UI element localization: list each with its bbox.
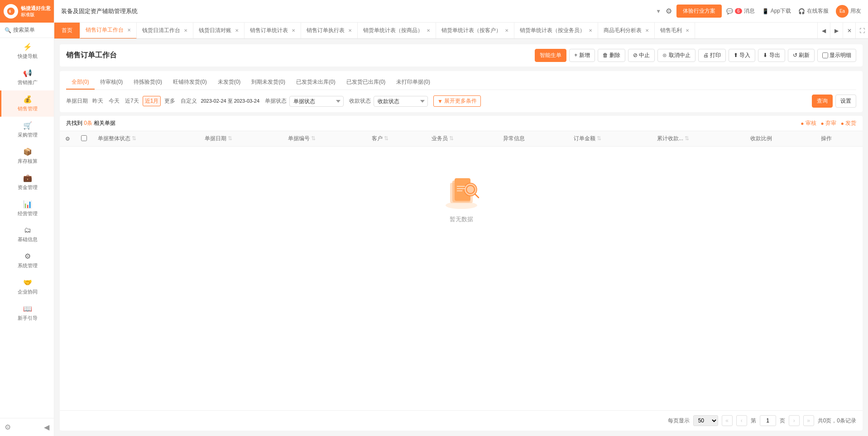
tab-close-sales-exec[interactable]: ✕ — [348, 28, 352, 33]
tab-close-sales-profit[interactable]: ✕ — [686, 28, 689, 33]
sort-icon-amount[interactable]: ⇅ — [597, 135, 601, 142]
filter-tab-all[interactable]: 全部(0) — [66, 76, 95, 90]
date-link-自定义[interactable]: 自定义 — [179, 96, 199, 106]
last-page-btn[interactable]: » — [803, 415, 814, 426]
sidebar-item-quick-nav[interactable]: ⚡快捷导航 — [0, 38, 54, 64]
tab-home[interactable]: 首页 — [54, 23, 80, 39]
tab-cash-account[interactable]: 钱货日清对账✕ — [193, 23, 245, 39]
tab-sales-exec[interactable]: 销售订单执行表✕ — [301, 23, 358, 39]
import-btn[interactable]: ⬆ 导入 — [729, 49, 755, 62]
tab-close-sales-workbench[interactable]: ✕ — [127, 28, 131, 33]
table-scroll-container[interactable]: ⚙ 单据整体状态⇅ 单据日期⇅ 单据编号⇅ 客户⇅ 业务员⇅ 异常信息 订单金额… — [60, 131, 863, 410]
gear-header[interactable]: ⚙ — [60, 131, 76, 147]
sort-icon-customer[interactable]: ⇅ — [384, 135, 388, 142]
online-service-item[interactable]: 🎧 在线客服 — [798, 7, 829, 15]
sidebar-item-inventory[interactable]: 📦库存核算 — [0, 143, 54, 169]
filter-tab-wangpu-pending[interactable]: 旺铺待发货(0) — [168, 76, 212, 90]
sidebar-item-marketing[interactable]: 📢营销推广 — [0, 64, 54, 90]
tab-sales-stats[interactable]: 销售订单统计表✕ — [245, 23, 301, 39]
tab-sales-summary-customer[interactable]: 销货单统计表（按客户）✕ — [436, 23, 514, 39]
tab-sales-profit[interactable]: 销售毛利✕ — [655, 23, 695, 39]
batch-unreviewed-btn[interactable]: ●弃审 — [821, 119, 836, 127]
batch-ship-btn[interactable]: ●发货 — [841, 119, 856, 127]
tab-sales-summary-product[interactable]: 销货单统计表（按商品）✕ — [358, 23, 436, 39]
tab-maximize-btn[interactable]: ⛶ — [855, 23, 868, 39]
filter-tab-pending-review[interactable]: 待审核(0) — [95, 76, 129, 90]
sort-icon-date[interactable]: ⇅ — [228, 135, 232, 142]
query-btn[interactable]: 查询 — [812, 95, 833, 108]
date-link-近1月[interactable]: 近1月 — [143, 96, 161, 106]
tab-close-sales-summary-staff[interactable]: ✕ — [589, 28, 592, 33]
tab-label-cash-daily: 钱货日清工作台 — [142, 27, 180, 34]
sidebar-item-cooperation[interactable]: 🤝企业协同 — [0, 274, 54, 300]
tab-close-all-btn[interactable]: ✕ — [843, 23, 855, 39]
app-download-item[interactable]: 📱 App下载 — [762, 7, 791, 15]
stop-btn[interactable]: ⊘ 中止 — [628, 49, 655, 62]
date-link-近7天[interactable]: 近7天 — [123, 96, 141, 106]
tab-sales-workbench[interactable]: 销售订单工作台✕ — [80, 23, 137, 39]
export-btn[interactable]: ⬇ 导出 — [758, 49, 785, 62]
sort-icon-number[interactable]: ⇅ — [311, 135, 316, 142]
batch-review-btn[interactable]: ●审核 — [801, 119, 816, 127]
finance-label: 资金管理 — [18, 184, 38, 191]
filter-tab-expired-not-shipped[interactable]: 到期未发货(0) — [246, 76, 291, 90]
delete-btn[interactable]: 🗑 删除 — [598, 49, 625, 62]
sidebar-item-sales[interactable]: 💰销售管理 — [0, 90, 54, 117]
first-page-btn[interactable]: « — [722, 415, 733, 426]
settings-filter-btn[interactable]: 设置 — [835, 95, 856, 108]
sidebar-item-purchase[interactable]: 🛒采购管理 — [0, 117, 54, 143]
per-page-select[interactable]: 50 10 20 100 — [693, 415, 718, 426]
page-input[interactable] — [760, 415, 776, 426]
expand-btn[interactable]: ▼ 展开更多条件 — [433, 95, 481, 107]
select-all-checkbox[interactable] — [81, 135, 87, 141]
date-link-今天[interactable]: 今天 — [107, 96, 121, 106]
tab-close-cash-daily[interactable]: ✕ — [184, 28, 187, 33]
dropdown-arrow[interactable]: ▼ — [656, 8, 661, 14]
settings-icon[interactable]: ⚙ — [5, 423, 11, 431]
status-select[interactable]: 单据状态 — [289, 96, 344, 107]
tab-close-cash-account[interactable]: ✕ — [235, 28, 239, 33]
tab-close-product-margin[interactable]: ✕ — [645, 28, 649, 33]
refresh-btn[interactable]: ↺ 刷新 — [788, 49, 815, 62]
topbar-settings-icon[interactable]: ⚙ — [666, 7, 672, 15]
sort-icon-status[interactable]: ⇅ — [132, 135, 136, 142]
payment-select[interactable]: 收款状态 — [374, 96, 428, 107]
filter-tab-shipped-out[interactable]: 已发货已出库(0) — [341, 76, 391, 90]
sidebar-item-system[interactable]: ⚙系统管理 — [0, 247, 54, 274]
sort-icon-collected[interactable]: ⇅ — [685, 135, 689, 142]
tab-close-sales-stats[interactable]: ✕ — [292, 28, 295, 33]
filter-tab-pending-inspection[interactable]: 待拣验货(0) — [128, 76, 168, 90]
show-detail-checkbox[interactable] — [822, 52, 828, 58]
sidebar-search[interactable]: 🔍 搜索菜单 — [0, 23, 54, 38]
collapse-icon[interactable]: ◀ — [44, 423, 49, 431]
filter-tab-not-printed[interactable]: 未打印单据(0) — [391, 76, 436, 90]
tab-next-btn[interactable]: ▶ — [830, 23, 843, 39]
date-link-昨天[interactable]: 昨天 — [91, 96, 105, 106]
industry-btn[interactable]: 体验行业方案 — [676, 5, 722, 18]
user-item[interactable]: Ea 用友 — [836, 5, 861, 18]
tab-cash-daily[interactable]: 钱货日清工作台✕ — [137, 23, 193, 39]
smart-gen-btn[interactable]: 智能生单 — [535, 49, 566, 62]
sort-icon-staff[interactable]: ⇅ — [449, 135, 454, 142]
tab-sales-summary-staff[interactable]: 销货单统计表（按业务员）✕ — [514, 23, 598, 39]
show-detail-btn[interactable]: 显示明细 — [817, 49, 856, 62]
filter-tab-shipped-not-out[interactable]: 已发货未出库(0) — [291, 76, 341, 90]
sidebar-item-operations[interactable]: 📊经营管理 — [0, 195, 54, 222]
checkbox-header[interactable] — [76, 131, 92, 147]
next-page-btn[interactable]: › — [789, 415, 800, 426]
date-link-更多[interactable]: 更多 — [163, 96, 177, 106]
tab-close-sales-summary-product[interactable]: ✕ — [427, 28, 430, 33]
prev-page-btn[interactable]: ‹ — [736, 415, 747, 426]
message-item[interactable]: 💬 6 消息 — [726, 7, 755, 15]
filter-tab-not-shipped[interactable]: 未发货(0) — [212, 76, 246, 90]
tab-prev-btn[interactable]: ◀ — [817, 23, 830, 39]
cancel-stop-btn[interactable]: ⊙ 取消中止 — [657, 49, 695, 62]
sidebar-item-guide[interactable]: 📖新手引导 — [0, 300, 54, 326]
filter-bar: 全部(0)待审核(0)待拣验货(0)旺铺待发货(0)未发货(0)到期未发货(0)… — [60, 71, 863, 112]
tab-close-sales-summary-customer[interactable]: ✕ — [505, 28, 508, 33]
tab-product-margin[interactable]: 商品毛利分析表✕ — [598, 23, 655, 39]
sidebar-item-finance[interactable]: 💼资金管理 — [0, 169, 54, 195]
print-btn[interactable]: 🖨 打印 — [698, 49, 726, 62]
add-btn[interactable]: + 新增 — [569, 49, 595, 62]
sidebar-item-base-info[interactable]: 🗂基础信息 — [0, 222, 54, 247]
